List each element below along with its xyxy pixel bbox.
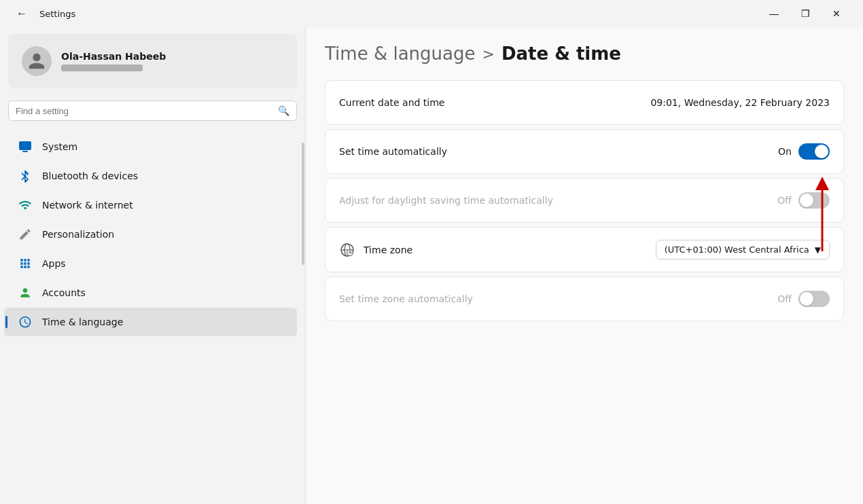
accounts-icon: [18, 285, 33, 300]
user-subtitle-bar: [61, 65, 143, 71]
set-tz-auto-label: Set time zone automatically: [339, 293, 473, 304]
titlebar-controls: — ❐ ✕: [758, 3, 852, 24]
user-info: Ola-Hassan Habeeb: [61, 51, 166, 71]
bluetooth-icon: [18, 168, 33, 183]
minimize-button[interactable]: —: [758, 3, 790, 24]
daylight-saving-toggle-thumb: [800, 194, 813, 207]
back-button[interactable]: ←: [11, 5, 33, 22]
sidebar-nav: System Bluetooth & devices: [0, 129, 301, 504]
sidebar-item-time[interactable]: Time & language: [4, 308, 297, 336]
sidebar-item-personalization[interactable]: Personalization: [4, 220, 297, 249]
page-title: Time & language > Date & time: [325, 43, 844, 64]
sidebar: Ola-Hassan Habeeb 🔍: [0, 27, 306, 504]
search-input[interactable]: [16, 106, 272, 116]
sidebar-item-system[interactable]: System: [4, 132, 297, 161]
sidebar-item-network[interactable]: Network & internet: [4, 191, 297, 219]
set-tz-auto-toggle-group: Off: [777, 291, 830, 307]
timezone-label: Time zone: [364, 245, 412, 255]
breadcrumb-parent: Time & language: [325, 43, 475, 64]
set-tz-auto-toggle-label: Off: [777, 293, 792, 304]
breadcrumb-current: Date & time: [501, 43, 621, 64]
close-button[interactable]: ✕: [821, 3, 852, 24]
current-datetime-row: Current date and time 09:01, Wednesday, …: [339, 81, 830, 124]
search-box: 🔍: [8, 101, 297, 121]
daylight-saving-label: Adjust for daylight saving time automati…: [339, 195, 553, 206]
app-body: Ola-Hassan Habeeb 🔍: [0, 27, 863, 504]
timezone-row: Time zone (UTC+01:00) West Central Afric…: [339, 228, 830, 272]
set-time-auto-row: Set time automatically On: [339, 130, 830, 173]
nav-list: System Bluetooth & devices: [0, 129, 301, 340]
set-tz-auto-toggle-thumb: [800, 292, 813, 306]
daylight-saving-toggle[interactable]: [798, 192, 830, 209]
maximize-button[interactable]: ❐: [790, 3, 821, 24]
search-container: 🔍: [0, 95, 305, 129]
set-tz-auto-row: Set time zone automatically Off: [339, 277, 830, 321]
user-name: Ola-Hassan Habeeb: [61, 51, 166, 62]
titlebar-title: Settings: [39, 9, 75, 19]
set-time-auto-toggle-thumb: [815, 145, 828, 158]
sidebar-scroll: System Bluetooth & devices: [0, 129, 305, 504]
sidebar-item-apps[interactable]: Apps: [4, 249, 297, 278]
sidebar-item-bluetooth[interactable]: Bluetooth & devices: [4, 162, 297, 190]
sidebar-item-label-bluetooth: Bluetooth & devices: [42, 170, 138, 181]
sidebar-item-label-time: Time & language: [42, 317, 123, 327]
avatar: [22, 46, 52, 76]
timezone-icon: [339, 242, 355, 258]
sidebar-item-label-personalization: Personalization: [42, 229, 114, 240]
set-time-auto-toggle-label: On: [778, 146, 792, 157]
chevron-down-icon: ▼: [815, 245, 821, 255]
set-time-auto-toggle-group: On: [778, 143, 830, 160]
set-time-auto-label: Set time automatically: [339, 146, 447, 157]
content-area: Time & language > Date & time Current da…: [306, 27, 863, 504]
apps-icon: [18, 256, 33, 271]
sidebar-scrollbar[interactable]: [302, 143, 304, 265]
svg-rect-1: [22, 151, 28, 152]
sidebar-item-label-accounts: Accounts: [42, 287, 86, 298]
set-tz-auto-card: Set time zone automatically Off: [325, 276, 844, 321]
daylight-saving-toggle-label: Off: [777, 195, 792, 206]
set-time-auto-card: Set time automatically On: [325, 129, 844, 174]
user-profile[interactable]: Ola-Hassan Habeeb: [8, 34, 297, 88]
daylight-saving-card: Adjust for daylight saving time automati…: [325, 178, 844, 223]
timezone-card: Time zone (UTC+01:00) West Central Afric…: [325, 227, 844, 272]
timezone-dropdown[interactable]: (UTC+01:00) West Central Africa ▼: [656, 240, 830, 259]
network-icon: [18, 198, 33, 213]
timezone-label-group: Time zone: [339, 242, 412, 258]
daylight-saving-toggle-group: Off: [777, 192, 830, 209]
sidebar-item-label-system: System: [42, 141, 77, 152]
time-icon: [18, 314, 33, 329]
search-icon: 🔍: [278, 105, 289, 116]
system-icon: [18, 139, 33, 154]
titlebar: ← Settings — ❐ ✕: [0, 0, 863, 27]
titlebar-left: ← Settings: [11, 5, 75, 22]
sidebar-item-label-apps: Apps: [42, 258, 66, 269]
current-datetime-label: Current date and time: [339, 97, 444, 108]
personalization-icon: [18, 227, 33, 242]
timezone-value: (UTC+01:00) West Central Africa: [665, 245, 809, 255]
sidebar-item-label-network: Network & internet: [42, 200, 133, 211]
svg-rect-0: [19, 141, 31, 150]
sidebar-item-accounts[interactable]: Accounts: [4, 278, 297, 307]
breadcrumb-sep: >: [482, 46, 494, 62]
current-datetime-card: Current date and time 09:01, Wednesday, …: [325, 80, 844, 125]
current-datetime-value: 09:01, Wednesday, 22 February 2023: [650, 97, 830, 108]
daylight-saving-row: Adjust for daylight saving time automati…: [339, 179, 830, 222]
set-time-auto-toggle[interactable]: [798, 143, 830, 160]
set-tz-auto-toggle[interactable]: [798, 291, 830, 307]
user-icon: [27, 52, 46, 71]
